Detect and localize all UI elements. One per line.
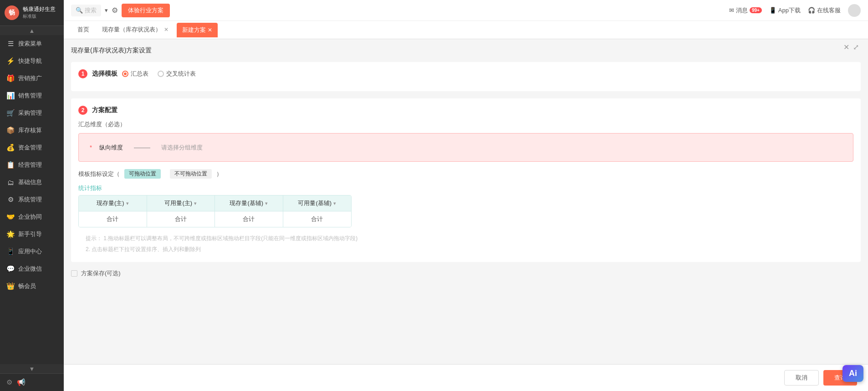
sidebar-item-marketing[interactable]: 🎁 营销推广 [0, 70, 64, 87]
cooperation-icon: 🤝 [6, 213, 15, 221]
appstore-icon: 📱 [6, 247, 15, 256]
app-download-button[interactable]: 📱 App下载 [769, 6, 801, 15]
app-download-label: App下载 [778, 6, 801, 15]
sidebar-scroll-up[interactable]: ▲ [0, 26, 64, 35]
messages-button[interactable]: ✉ 消息 99+ [729, 6, 762, 15]
template-radio-group: 汇总表 交叉统计表 [122, 70, 196, 78]
topbar-settings-icon[interactable]: ⚙ [112, 6, 118, 15]
topbar-dropdown[interactable]: ▾ [105, 7, 108, 14]
marketing-icon: 🎁 [6, 74, 15, 82]
dimension-row: * 纵向维度 —— 请选择分组维度 [90, 143, 842, 152]
app-icon: 📱 [769, 7, 776, 14]
sidebar-logo: 畅 畅康通好生意 标准版 [0, 0, 64, 26]
search-bar[interactable]: 🔍 搜索 [71, 5, 101, 16]
shortcuts-icon: ⚡ [6, 57, 15, 65]
speaker-icon[interactable]: 📢 [17, 378, 26, 386]
sidebar-item-appstore[interactable]: 📱 应用中心 [0, 243, 64, 260]
sidebar-item-wechat[interactable]: 💬 企业微信 [0, 260, 64, 278]
settings-bottom-icon[interactable]: ⚙ [6, 378, 12, 386]
online-service-label: 在线客服 [817, 6, 841, 15]
main-area: 🔍 搜索 ▾ ⚙ 体验行业方案 ✉ 消息 99+ 📱 App下载 🎧 在线客服 [64, 0, 868, 391]
tab-inventory-label: 现存量（库存状况表） [102, 26, 161, 34]
tab-new-label: 新建方案 [182, 26, 206, 34]
step1-badge: 1 [78, 69, 87, 78]
sidebar-item-label: 企业微信 [18, 265, 42, 273]
message-badge: 99+ [750, 7, 762, 13]
stats-table: 现存量(主) ▾ 可用量(主) ▾ 现存量(基辅) ▾ 可用量(基辅) ▾ [78, 195, 352, 227]
sidebar-item-system[interactable]: ⚙ 系统管理 [0, 191, 64, 208]
save-row: 方案保存(可选) [71, 269, 861, 278]
panel-expand-button[interactable]: ⤢ [853, 43, 859, 51]
sidebar-item-member[interactable]: 👑 畅会员 [0, 278, 64, 295]
col-header-label-1: 可用量(主) [164, 199, 192, 207]
ai-fab-button[interactable]: Ai [842, 365, 863, 382]
step2-title: 方案配置 [92, 106, 117, 114]
sidebar-item-cooperation[interactable]: 🤝 企业协同 [0, 208, 64, 226]
search-icon-top: 🔍 [76, 7, 83, 14]
radio-summary-label: 汇总表 [131, 70, 148, 78]
sidebar-item-finance[interactable]: 💰 资金管理 [0, 139, 64, 156]
dimension-placeholder: 请选择分组维度 [161, 144, 203, 152]
topbar: 🔍 搜索 ▾ ⚙ 体验行业方案 ✉ 消息 99+ 📱 App下载 🎧 在线客服 [64, 0, 868, 21]
sidebar-item-operations[interactable]: 📋 经营管理 [0, 156, 64, 174]
message-icon: ✉ [729, 7, 734, 14]
col-header-2[interactable]: 现存量(基辅) ▾ [215, 196, 283, 211]
col-header-0[interactable]: 现存量(主) ▾ [79, 196, 147, 211]
tips-area: 提示： 1.拖动标题栏可以调整布局，不可跨维度或指标区域拖动栏目字段(只能在同一… [78, 233, 853, 255]
tab-new-close[interactable]: ✕ [208, 27, 212, 33]
tag-fixed: 不可拖动位置 [170, 169, 212, 179]
sidebar: 畅 畅康通好生意 标准版 ▲ ☰ 搜索菜单 ⚡ 快捷导航 🎁 营销推广 📊 销售… [0, 0, 64, 391]
cta-button[interactable]: 体验行业方案 [122, 4, 170, 17]
logo-icon: 畅 [5, 5, 19, 20]
tabs-bar: 首页 现存量（库存状况表） ✕ 新建方案 ✕ [64, 21, 868, 39]
chevron-3: ▾ [333, 201, 336, 206]
statistics-label: 统计指标 [78, 184, 853, 192]
newbie-icon: 🌟 [6, 230, 15, 238]
sidebar-item-label: 资金管理 [18, 144, 42, 152]
search-placeholder: 搜索 [85, 6, 97, 15]
sidebar-item-purchase[interactable]: 🛒 采购管理 [0, 104, 64, 122]
purchase-icon: 🛒 [6, 109, 15, 117]
save-checkbox[interactable] [71, 270, 77, 277]
tab-home[interactable]: 首页 [71, 21, 96, 39]
panel-close-button[interactable]: ✕ [843, 43, 849, 51]
radio-summary[interactable]: 汇总表 [122, 70, 148, 78]
col-body-2: 合计 [215, 211, 283, 227]
tab-inventory-close[interactable]: ✕ [164, 26, 168, 33]
inventory-icon: 📦 [6, 126, 15, 134]
cancel-button[interactable]: 取消 [784, 370, 819, 386]
online-service-button[interactable]: 🎧 在线客服 [808, 6, 841, 15]
sidebar-item-sales[interactable]: 📊 销售管理 [0, 87, 64, 104]
col-header-3[interactable]: 可用量(基辅) ▾ [283, 196, 352, 211]
search-icon: ☰ [6, 40, 15, 48]
sidebar-nav: ☰ 搜索菜单 ⚡ 快捷导航 🎁 营销推广 📊 销售管理 🛒 采购管理 📦 库存核… [0, 35, 64, 364]
sidebar-item-label: 系统管理 [18, 196, 42, 204]
service-icon: 🎧 [808, 7, 815, 14]
tab-inventory-status[interactable]: 现存量（库存状况表） ✕ [96, 21, 175, 39]
dropdown-arrow: ▾ [105, 7, 108, 14]
sidebar-item-label: 经营管理 [18, 161, 42, 169]
footer: 取消 查询 [64, 364, 868, 391]
radio-cross-circle [158, 71, 164, 77]
topbar-right: ✉ 消息 99+ 📱 App下载 🎧 在线客服 [729, 4, 861, 17]
dimension-area[interactable]: * 纵向维度 —— 请选择分组维度 [78, 133, 853, 162]
sidebar-item-label: 快捷导航 [18, 57, 42, 65]
col-header-1[interactable]: 可用量(主) ▾ [147, 196, 215, 211]
sidebar-scroll-down[interactable]: ▼ [0, 364, 64, 373]
tab-new-plan[interactable]: 新建方案 ✕ [177, 23, 218, 37]
member-icon: 👑 [6, 282, 15, 290]
sidebar-item-newbie[interactable]: 🌟 新手引导 [0, 226, 64, 243]
app-name: 畅康通好生意 [23, 6, 56, 13]
sidebar-item-basic[interactable]: 🗂 基础信息 [0, 174, 64, 191]
sidebar-item-label: 营销推广 [18, 74, 42, 82]
user-avatar[interactable] [848, 4, 861, 17]
stats-table-body: 合计 合计 合计 合计 [79, 211, 351, 227]
sidebar-item-label: 畅会员 [18, 282, 36, 290]
sidebar-item-inventory[interactable]: 📦 库存核算 [0, 122, 64, 139]
required-mark: * [90, 144, 92, 151]
step2-section: 2 方案配置 汇总维度（必选） * 纵向维度 —— 请选择分组维度 模板指标设定… [71, 98, 861, 262]
radio-cross[interactable]: 交叉统计表 [158, 70, 196, 78]
sidebar-bottom: ⚙ 📢 [0, 373, 64, 391]
sidebar-item-shortcuts[interactable]: ⚡ 快捷导航 [0, 52, 64, 70]
sidebar-item-search[interactable]: ☰ 搜索菜单 [0, 35, 64, 52]
